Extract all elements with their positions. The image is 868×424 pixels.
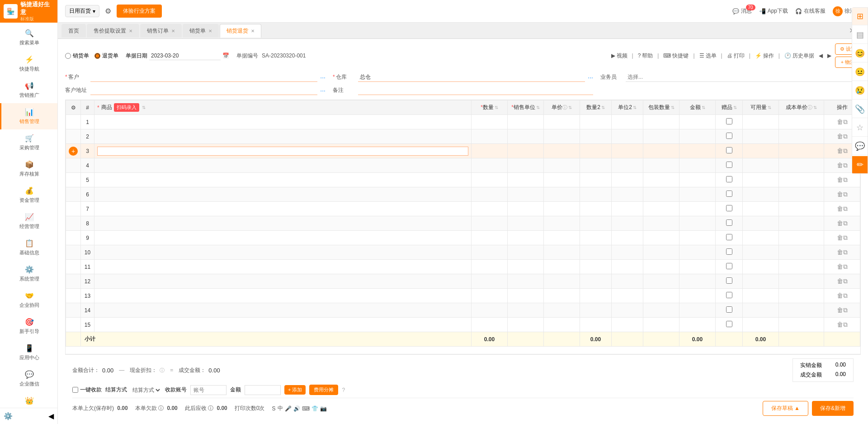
gift-checkbox[interactable]	[726, 205, 732, 211]
radio-delivery-input[interactable]	[65, 53, 71, 59]
one-key-checkbox[interactable]	[72, 387, 78, 393]
row-cost-cell[interactable]	[779, 129, 824, 144]
sidebar-item-finance[interactable]: 💰 资金管理	[0, 182, 57, 208]
row-price-cell[interactable]	[544, 274, 580, 289]
row-amount-cell[interactable]	[679, 144, 716, 158]
row-pkg-cell[interactable]	[643, 115, 679, 129]
row-qty-cell[interactable]	[472, 303, 508, 318]
row-gift-cell[interactable]	[716, 115, 743, 129]
gift-checkbox[interactable]	[726, 147, 732, 153]
row-qty-cell[interactable]	[472, 187, 508, 202]
row-unit2-cell[interactable]	[612, 173, 643, 187]
row-avail-cell[interactable]	[743, 115, 779, 129]
copy-row-btn[interactable]: ⧉	[843, 219, 848, 227]
delete-row-btn[interactable]: 🗑	[837, 248, 843, 256]
row-unit2-cell[interactable]	[612, 115, 643, 129]
radio-return-input[interactable]	[94, 53, 100, 59]
row-qty2-cell[interactable]	[580, 187, 612, 202]
row-pkg-cell[interactable]	[643, 144, 679, 158]
row-avail-cell[interactable]	[743, 144, 779, 158]
row-gift-cell[interactable]	[716, 289, 743, 303]
avail-sort-icon[interactable]: ⇅	[768, 105, 771, 110]
address-input[interactable]	[90, 86, 317, 95]
delete-row-btn[interactable]: 🗑	[837, 118, 843, 125]
row-sale-unit-cell[interactable]	[508, 260, 544, 274]
row-pkg-cell[interactable]	[643, 289, 679, 303]
row-pkg-cell[interactable]	[643, 231, 679, 245]
row-avail-cell[interactable]	[743, 216, 779, 231]
close-sales-return-icon[interactable]: ✕	[251, 29, 255, 33]
attach-btn[interactable]: 📎	[852, 100, 868, 118]
row-cost-cell[interactable]	[779, 274, 824, 289]
sidebar-item-sales[interactable]: 📊 销售管理	[0, 103, 57, 129]
amount-sort-icon[interactable]: ⇅	[702, 105, 705, 110]
row-avail-cell[interactable]	[743, 129, 779, 144]
row-qty2-cell[interactable]	[580, 318, 612, 332]
row-price-cell[interactable]	[544, 231, 580, 245]
row-price-cell[interactable]	[544, 303, 580, 318]
row-sale-unit-cell[interactable]	[508, 158, 544, 173]
sidebar-item-guide[interactable]: 🎯 新手引导	[0, 313, 57, 339]
row-amount-cell[interactable]	[679, 245, 716, 260]
row-gift-cell[interactable]	[716, 158, 743, 173]
row-avail-cell[interactable]	[743, 303, 779, 318]
qty-sort-icon[interactable]: ⇅	[495, 105, 498, 110]
gift-checkbox[interactable]	[726, 118, 732, 124]
save-new-btn[interactable]: 保存&新增	[812, 401, 854, 416]
row-amount-cell[interactable]	[679, 216, 716, 231]
row-unit2-cell[interactable]	[612, 274, 643, 289]
radio-return[interactable]: 退货单	[94, 52, 118, 60]
row-cost-cell[interactable]	[779, 216, 824, 231]
delete-row-btn[interactable]: 🗑	[837, 219, 843, 227]
copy-row-btn[interactable]: ⧉	[843, 133, 848, 140]
row-qty2-cell[interactable]	[580, 303, 612, 318]
copy-row-btn[interactable]: ⧉	[843, 321, 848, 329]
copy-row-btn[interactable]: ⧉	[843, 263, 848, 271]
address-dots-btn[interactable]: ···	[320, 87, 326, 94]
row-avail-cell[interactable]	[743, 158, 779, 173]
chat-btn[interactable]: 💬	[852, 138, 868, 155]
sidebar-item-search[interactable]: 🔍 搜索菜单	[0, 24, 57, 51]
copy-row-btn[interactable]: ⧉	[843, 176, 848, 184]
row-cost-cell[interactable]	[779, 144, 824, 158]
customer-dots-btn[interactable]: ···	[320, 74, 326, 81]
row-pkg-cell[interactable]	[643, 173, 679, 187]
copy-row-btn[interactable]: ⧉	[843, 277, 848, 285]
delete-row-btn[interactable]: 🗑	[837, 277, 843, 285]
sidebar-item-basic[interactable]: 📋 基础信息	[0, 234, 57, 261]
sidebar-item-system[interactable]: ⚙️ 系统管理	[0, 261, 57, 287]
row-cost-cell[interactable]	[779, 187, 824, 202]
delete-row-btn[interactable]: 🗑	[837, 162, 843, 169]
delete-row-btn[interactable]: 🗑	[837, 234, 843, 241]
row-amount-cell[interactable]	[679, 289, 716, 303]
row-amount-cell[interactable]	[679, 318, 716, 332]
row-pkg-cell[interactable]	[643, 260, 679, 274]
delete-row-btn[interactable]: 🗑	[837, 147, 843, 154]
row-price-cell[interactable]	[544, 129, 580, 144]
row-cost-cell[interactable]	[779, 231, 824, 245]
row-avail-cell[interactable]	[743, 318, 779, 332]
row-amount-cell[interactable]	[679, 202, 716, 216]
delete-row-btn[interactable]: 🗑	[837, 321, 843, 328]
delete-row-btn[interactable]: 🗑	[837, 176, 843, 183]
one-key-checkbox-label[interactable]: 一键收款	[72, 386, 102, 394]
row-unit2-cell[interactable]	[612, 245, 643, 260]
row-qty-cell[interactable]	[472, 115, 508, 129]
row-gift-cell[interactable]	[716, 303, 743, 318]
row-avail-cell[interactable]	[743, 173, 779, 187]
row-qty-cell[interactable]	[472, 260, 508, 274]
row-unit2-cell[interactable]	[612, 260, 643, 274]
row-qty-cell[interactable]	[472, 202, 508, 216]
cost-sort-icon[interactable]: ⇅	[813, 105, 817, 110]
warehouse-dots-btn[interactable]: ···	[588, 74, 593, 81]
row-amount-cell[interactable]	[679, 129, 716, 144]
settings-icon-header[interactable]: ⚙	[105, 7, 111, 15]
calendar-icon[interactable]: 📅	[222, 52, 229, 59]
settings-bottom-icon[interactable]: ⚙️	[4, 412, 13, 420]
row-cost-cell[interactable]	[779, 173, 824, 187]
gift-checkbox[interactable]	[726, 234, 732, 240]
sidebar-item-inventory[interactable]: 📦 库存核算	[0, 156, 57, 182]
breadcrumb-dropdown[interactable]: 日用百货 ▾	[65, 5, 99, 17]
account-input[interactable]	[190, 385, 226, 395]
gift-checkbox[interactable]	[726, 133, 732, 139]
